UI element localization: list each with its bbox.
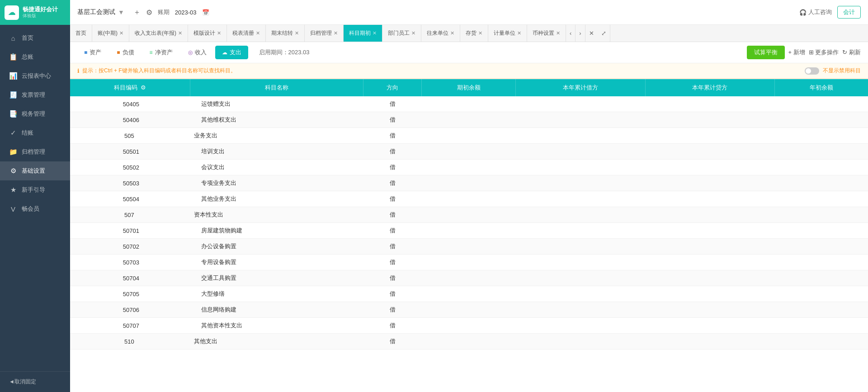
table-row[interactable]: 50502 会议支出 借 [70, 160, 868, 175]
tab-currency[interactable]: 币种设置 ✕ [527, 25, 566, 42]
table-row[interactable]: 50504 其他业务支出 借 [70, 191, 868, 207]
sidebar-nav: ⌂ 首页 📋 总账 📊 云报表中心 🧾 发票管理 📑 税务管理 ✓ 结账 📁 归… [0, 25, 70, 371]
tab-archivemgr[interactable]: 归档管理 ✕ [305, 25, 344, 42]
tab-dept[interactable]: 部门员工 ✕ [382, 25, 421, 42]
sidebar-item-invoice[interactable]: 🧾 发票管理 [0, 85, 70, 104]
cell-name: 业务支出 [190, 128, 363, 144]
cell-period-balance [422, 175, 516, 191]
sidebar-item-reports[interactable]: 📊 云报表中心 [0, 66, 70, 85]
tab-close-template[interactable]: ✕ [217, 30, 221, 36]
balance-button[interactable]: 试算平衡 [747, 46, 785, 59]
support-button[interactable]: 🎧 人工咨询 [799, 8, 832, 16]
table-row[interactable]: 50706 信息网络购建 借 [70, 302, 868, 318]
tab-close-clients[interactable]: ✕ [450, 30, 454, 36]
tab-close-yearend[interactable]: ✕ [295, 30, 299, 36]
settings-gear-icon[interactable]: ⚙ [146, 8, 152, 17]
cell-ytd-credit [645, 175, 774, 191]
refresh-button[interactable]: ↻ 刷新 [842, 48, 861, 57]
sidebar-item-guide[interactable]: ★ 新手引导 [0, 180, 70, 199]
cell-ytd-credit [645, 144, 774, 160]
tab-prev-button[interactable]: ‹ [566, 25, 576, 42]
tab-close-archivemgr[interactable]: ✕ [334, 30, 338, 36]
tab-inventory[interactable]: 存货 ✕ [460, 25, 488, 42]
add-button[interactable]: + 新增 [788, 48, 805, 57]
cell-name: 大型修缮 [190, 286, 363, 302]
cell-year-balance [775, 239, 868, 255]
disable-toggle[interactable] [805, 67, 819, 75]
tab-annual[interactable]: 收入支出表(年报) ✕ [129, 25, 188, 42]
table-row[interactable]: 50406 其他维权支出 借 [70, 112, 868, 128]
tab-close-interim[interactable]: ✕ [119, 30, 123, 36]
income-icon: ◎ [188, 49, 193, 56]
table-row[interactable]: 50503 专项业务支出 借 [70, 175, 868, 191]
tab-bar: 首页 账(中期) ✕ 收入支出表(年报) ✕ 模版设计 ✕ 税表清册 ✕ 期末结… [70, 25, 868, 42]
cell-direction: 借 [363, 128, 422, 144]
tab-template[interactable]: 模版设计 ✕ [188, 25, 227, 42]
tab-taxclear[interactable]: 税表清册 ✕ [227, 25, 266, 42]
tab-close-period-init[interactable]: ✕ [373, 30, 377, 36]
cell-year-balance [775, 112, 868, 128]
tab-clients[interactable]: 往来单位 ✕ [421, 25, 460, 42]
tab-expand-button[interactable]: ⤢ [598, 25, 610, 42]
sidebar-item-ledger[interactable]: 📋 总账 [0, 47, 70, 66]
sidebar-collapse-button[interactable]: ◄取消固定 [0, 371, 70, 392]
period-calendar-icon[interactable]: 📅 [202, 9, 209, 16]
sub-tab-liability[interactable]: ■ 负债 [110, 46, 141, 59]
col-settings-icon[interactable]: ⚙ [141, 84, 146, 91]
tab-close-taxclear[interactable]: ✕ [256, 30, 260, 36]
table-row[interactable]: 507 资本性支出 借 [70, 207, 868, 223]
table-row[interactable]: 50501 培训支出 借 [70, 144, 868, 160]
tab-next-button[interactable]: › [576, 25, 585, 42]
table-row[interactable]: 50705 大型修缮 借 [70, 286, 868, 302]
sidebar-item-checkout[interactable]: ✓ 结账 [0, 123, 70, 142]
tab-close-unit[interactable]: ✕ [517, 30, 521, 36]
tab-unit[interactable]: 计量单位 ✕ [488, 25, 527, 42]
project-dropdown-icon[interactable]: ▼ [118, 9, 124, 16]
table-row[interactable]: 50707 其他资本性支出 借 [70, 318, 868, 334]
cell-ytd-credit [645, 96, 774, 112]
tab-close-dept[interactable]: ✕ [411, 30, 415, 36]
sidebar-item-settings[interactable]: ⚙ 基础设置 [0, 161, 70, 180]
cell-name: 其他支出 [190, 334, 363, 349]
cell-year-balance [775, 255, 868, 270]
tab-yearend[interactable]: 期末结转 ✕ [266, 25, 305, 42]
tab-close-annual[interactable]: ✕ [178, 30, 182, 36]
cell-ytd-debit [516, 318, 645, 334]
sub-tab-net-asset[interactable]: ≡ 净资产 [143, 46, 179, 59]
table-row[interactable]: 50405 运馈赠支出 借 [70, 96, 868, 112]
cell-period-balance [422, 334, 516, 349]
tab-close-inventory[interactable]: ✕ [478, 30, 482, 36]
account-button[interactable]: 会计 [837, 6, 861, 19]
more-button[interactable]: ⊞ 更多操作 [809, 48, 839, 57]
tab-close-currency[interactable]: ✕ [556, 30, 560, 36]
sub-tab-expense[interactable]: ☁ 支出 [215, 46, 248, 59]
sidebar-item-archive[interactable]: 📁 归档管理 [0, 142, 70, 161]
cell-ytd-credit [645, 160, 774, 175]
app-icon: ☁ [5, 5, 19, 20]
add-tab-button[interactable]: ＋ [133, 8, 141, 17]
cell-year-balance [775, 302, 868, 318]
cell-ytd-debit [516, 144, 645, 160]
project-name: 基层工会测试 ▼ [77, 8, 124, 16]
cell-direction: 借 [363, 239, 422, 255]
sub-tab-asset[interactable]: ■ 资产 [77, 46, 108, 59]
table-row[interactable]: 50703 专用设备购置 借 [70, 255, 868, 270]
tab-period-init[interactable]: 科目期初 ✕ [344, 25, 382, 42]
table-row[interactable]: 510 其他支出 借 [70, 334, 868, 349]
sidebar-item-home[interactable]: ⌂ 首页 [0, 28, 70, 47]
sidebar-item-tax[interactable]: 📑 税务管理 [0, 104, 70, 123]
cell-code: 50503 [70, 175, 190, 191]
table-row[interactable]: 50702 办公设备购置 借 [70, 239, 868, 255]
sidebar-item-member[interactable]: V 畅会员 [0, 199, 70, 218]
cell-ytd-credit [645, 255, 774, 270]
col-period-balance: 期初余额 [422, 79, 516, 96]
tab-home[interactable]: 首页 [70, 25, 92, 42]
table-row[interactable]: 50701 房屋建筑物购建 借 [70, 223, 868, 239]
table-row[interactable]: 50704 交通工具购置 借 [70, 270, 868, 286]
cell-ytd-credit [645, 334, 774, 349]
tab-interim[interactable]: 账(中期) ✕ [92, 25, 129, 42]
header-actions: ＋ ⚙ [133, 8, 152, 17]
table-row[interactable]: 505 业务支出 借 [70, 128, 868, 144]
sub-tab-income[interactable]: ◎ 收入 [181, 46, 213, 59]
tab-close-all-button[interactable]: ✕ [585, 25, 598, 42]
